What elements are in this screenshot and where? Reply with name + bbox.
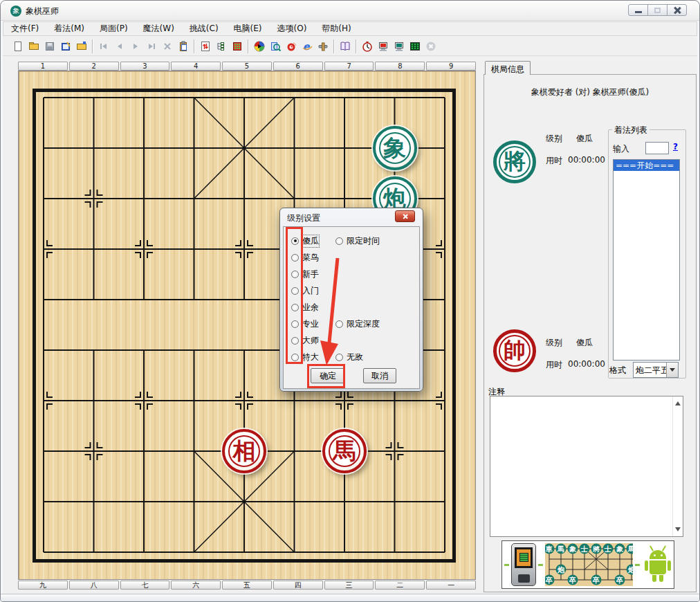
properties-icon <box>76 41 87 52</box>
info-panel: 棋局信息 象棋爱好者 (对) 象棋巫师(傻瓜) 將 级别 傻瓜 用时 00:00… <box>482 59 699 594</box>
move-list-item[interactable]: ===开始=== <box>614 160 679 171</box>
weibo-icon <box>286 41 297 52</box>
file-label: 5 <box>222 62 272 71</box>
black-level-value: 傻瓜 <box>576 133 593 145</box>
banner-dash <box>504 564 509 566</box>
toolbar-separator <box>333 39 334 53</box>
format-combobox[interactable]: 炮二平五 <box>633 362 679 378</box>
board-matrix-button[interactable] <box>229 39 245 54</box>
combo-dropdown-icon[interactable] <box>666 363 678 377</box>
title-bar[interactable]: 象 象棋巫师 <box>1 1 699 21</box>
engine-search-button[interactable] <box>267 39 283 54</box>
manual-book-icon <box>340 41 351 52</box>
piece-red-相[interactable]: 相 <box>222 429 266 473</box>
svg-text:馬: 馬 <box>627 545 633 553</box>
minimize-button[interactable] <box>628 4 648 16</box>
move-list[interactable]: ===开始=== <box>613 159 680 361</box>
file-label: 9 <box>426 62 476 71</box>
comment-scrollbar[interactable] <box>672 396 683 536</box>
stop-disabled-button[interactable] <box>423 39 439 54</box>
svg-text:卒: 卒 <box>545 576 553 584</box>
computer-red-button[interactable] <box>375 39 391 54</box>
help-link[interactable]: ? <box>673 142 678 152</box>
last-button[interactable] <box>143 39 159 54</box>
timer-button[interactable] <box>359 39 375 54</box>
menu-item-8[interactable]: 帮助(H) <box>314 21 358 36</box>
save-button[interactable] <box>42 39 57 54</box>
dialog-title: 级别设置 <box>287 212 320 224</box>
minimize-icon <box>635 11 642 13</box>
close-button[interactable] <box>667 4 687 16</box>
open-icon <box>28 41 39 52</box>
radio-icon[interactable] <box>335 320 343 328</box>
delete-button[interactable] <box>159 39 175 54</box>
file-label: 1 <box>18 62 68 71</box>
scroll-up-icon[interactable] <box>675 399 681 405</box>
radio-icon[interactable] <box>335 237 343 245</box>
file-label: 6 <box>273 62 323 71</box>
svg-text:e: e <box>303 41 311 52</box>
move-input[interactable] <box>645 142 669 154</box>
annotation-rect-levels <box>286 227 303 364</box>
menu-item-5[interactable]: 挑战(C) <box>182 21 226 36</box>
level-settings-dialog[interactable]: 级别设置 傻瓜菜鸟新手入门业余专业大师特大限定时间限定深度无敌确定取消 <box>279 208 423 392</box>
svg-text:象: 象 <box>616 545 624 553</box>
manual-book-button[interactable] <box>337 39 353 54</box>
radio-mode-限定时间[interactable]: 限定时间 <box>335 235 380 247</box>
radio-mode-限定深度[interactable]: 限定深度 <box>335 318 380 330</box>
mobile-ad-banner[interactable]: 車馬象士將士象馬車炮炮卒卒卒卒卒 <box>501 540 674 589</box>
svg-text:將: 將 <box>592 545 600 553</box>
app-icon: 象 <box>10 6 21 17</box>
file-label: 一 <box>426 581 476 590</box>
cancel-button[interactable]: 取消 <box>363 368 396 383</box>
menu-item-3[interactable]: 局面(P) <box>92 21 136 36</box>
file-label: 三 <box>324 581 374 590</box>
menu-item-1[interactable]: 文件(F) <box>3 21 46 36</box>
tab-game-info[interactable]: 棋局信息 <box>485 61 531 75</box>
swap-moves-button[interactable] <box>197 39 213 54</box>
screen-board-button[interactable] <box>407 39 423 54</box>
black-time-value: 00:00:00 <box>568 155 605 165</box>
red-level-value: 傻瓜 <box>576 337 593 349</box>
menu-item-6[interactable]: 电脑(E) <box>226 21 270 36</box>
menu-item-2[interactable]: 着法(M) <box>46 21 92 36</box>
internet-explorer-button[interactable]: e <box>299 39 315 54</box>
comment-textarea[interactable] <box>490 396 683 537</box>
svg-text:卒: 卒 <box>569 576 576 584</box>
next-button[interactable] <box>127 39 143 54</box>
paste-button[interactable] <box>175 39 191 54</box>
radio-icon[interactable] <box>335 354 343 361</box>
new-button[interactable] <box>10 39 26 54</box>
maximize-button[interactable] <box>647 4 667 16</box>
move-list-group: 着法列表 输入 ? ===开始=== 格式 炮二平五 <box>608 129 686 378</box>
board-file-numbers-top: 123456789 <box>18 62 476 71</box>
prev-button[interactable] <box>111 39 127 54</box>
menu-item-4[interactable]: 魔法(W) <box>136 21 182 36</box>
tools-icon <box>317 41 329 52</box>
radio-mode-无敌[interactable]: 无敌 <box>335 352 363 363</box>
save-icon <box>44 41 55 52</box>
file-label: 8 <box>375 62 425 71</box>
scroll-down-icon[interactable] <box>675 527 681 534</box>
annotation-rect-ok <box>307 364 345 388</box>
open-button[interactable] <box>26 39 42 54</box>
mobile-phone-graphic <box>511 543 536 586</box>
settings-pinwheel-button[interactable] <box>251 39 267 54</box>
file-label: 2 <box>69 62 119 71</box>
edit-book-button[interactable] <box>57 39 73 54</box>
move-tree-button[interactable] <box>213 39 229 54</box>
dialog-body: 傻瓜菜鸟新手入门业余专业大师特大限定时间限定深度无敌确定取消 <box>283 226 420 389</box>
tools-button[interactable] <box>315 39 331 54</box>
computer-black-button[interactable] <box>391 39 407 54</box>
piece-red-馬[interactable]: 馬 <box>322 429 367 473</box>
dialog-close-button[interactable] <box>395 210 415 222</box>
file-label: 五 <box>222 581 272 590</box>
piece-black-象[interactable]: 象 <box>373 126 417 170</box>
delete-icon <box>162 41 173 52</box>
file-label: 九 <box>18 581 68 590</box>
first-button[interactable] <box>95 39 111 54</box>
screen-board-icon <box>409 41 421 52</box>
weibo-button[interactable] <box>283 39 299 54</box>
properties-button[interactable] <box>73 39 89 54</box>
menu-item-7[interactable]: 选项(O) <box>270 21 315 36</box>
